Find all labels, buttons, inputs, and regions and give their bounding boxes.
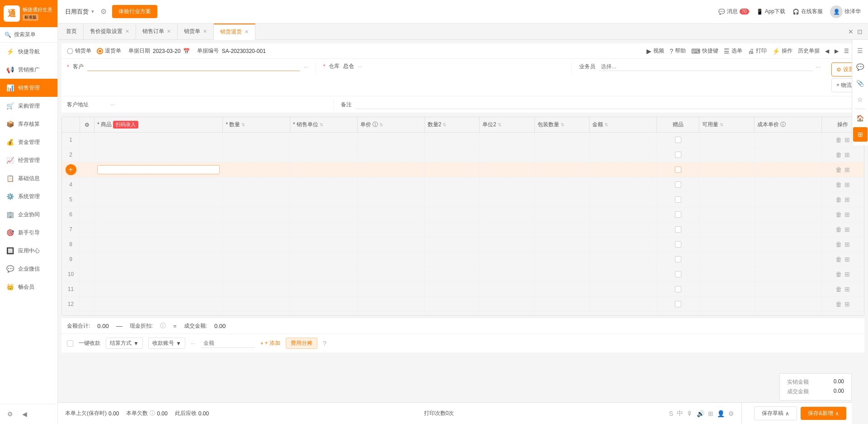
calendar-icon[interactable]: 📅 [183, 48, 190, 54]
tool-icon-3[interactable]: 🎙 [687, 410, 693, 417]
row-price-1[interactable] [358, 133, 425, 147]
view-list[interactable]: ☰ [844, 48, 849, 54]
delete-row-2[interactable]: 🗑 [835, 151, 842, 158]
col-header-gear[interactable]: ⚙ [80, 117, 94, 132]
prev-record[interactable]: ◀ [825, 48, 829, 54]
row-price-2[interactable] [358, 148, 425, 162]
cash-discount-help[interactable]: ⓘ [160, 322, 166, 330]
row-avail-2[interactable] [699, 148, 755, 162]
settlement-method-select[interactable]: 结算方式 ▼ [106, 338, 143, 349]
tab-home[interactable]: 首页 [60, 24, 84, 40]
app-download-btn[interactable]: 📱 App下载 [756, 8, 785, 15]
tab-close-all[interactable]: ✕ [848, 28, 854, 35]
row-unit2-1[interactable] [480, 133, 535, 147]
operations-action[interactable]: ⚡ 操作 [772, 47, 793, 55]
experience-btn[interactable]: 体验行业方案 [112, 5, 157, 18]
sidebar-item-member[interactable]: 👑 畅会员 [0, 278, 57, 296]
row-goods-1[interactable] [94, 133, 223, 147]
address-dots[interactable]: ··· [110, 101, 115, 108]
one-click-pay-checkbox[interactable] [67, 340, 73, 347]
sort-qty-icon[interactable]: ⇅ [241, 122, 245, 127]
row-gear-2[interactable] [80, 148, 94, 162]
row-goods-3[interactable] [94, 162, 223, 177]
sidebar-item-apps[interactable]: 🔲 应用中心 [0, 242, 57, 260]
single-owe-help[interactable]: ⓘ [150, 410, 155, 417]
next-record[interactable]: ▶ [835, 48, 839, 54]
expense-split-btn[interactable]: 费用分摊 [286, 338, 317, 349]
row-unit2-2[interactable] [480, 148, 535, 162]
nav-dropdown[interactable]: 日用百货 ▼ [65, 8, 95, 16]
video-action[interactable]: ▶ 视频 [646, 47, 664, 55]
account-select[interactable]: 收款账号 ▼ [148, 338, 185, 349]
tab-close-sales-order[interactable]: ✕ [167, 29, 171, 34]
shortcuts-action[interactable]: ⌨ 快捷键 [691, 47, 718, 55]
row-goods-2[interactable] [94, 148, 223, 162]
tool-icon-6[interactable]: 👤 [717, 410, 725, 417]
sidebar-item-inventory[interactable]: 📦 库存核算 [0, 115, 57, 133]
row-amount-2[interactable] [590, 148, 657, 162]
settings-bottom-icon[interactable]: ⚙ [5, 409, 15, 419]
row-amount-3[interactable] [590, 162, 657, 177]
tab-price-settings[interactable]: 售价提取设置 ✕ [84, 24, 136, 40]
tool-icon-4[interactable]: 🔊 [697, 410, 704, 417]
row-pkg-2[interactable] [535, 148, 590, 162]
sidebar-item-guide[interactable]: 🎯 新手引导 [0, 224, 57, 242]
save-draft-btn[interactable]: 保存草稿 ∧ [754, 406, 797, 420]
history-action[interactable]: 历史单据 [798, 47, 820, 55]
row-cost-3[interactable] [755, 162, 822, 177]
tab-close-price-settings[interactable]: ✕ [125, 29, 129, 34]
radio-sales-delivery[interactable]: 销货单 [67, 47, 91, 55]
scan-btn[interactable]: 扫码录入 [113, 121, 138, 129]
collapse-icon[interactable]: ◀ [19, 409, 30, 419]
row-cost-1[interactable] [755, 133, 822, 147]
right-panel-icon-4[interactable]: ☆ [853, 92, 868, 107]
row-avail-1[interactable] [699, 133, 755, 147]
salesperson-dots[interactable]: ··· [816, 64, 821, 70]
sort-unit-icon[interactable]: ⇅ [320, 122, 323, 127]
sidebar-item-marketing[interactable]: 📢 营销推广 [0, 61, 57, 79]
row-amount-1[interactable] [590, 133, 657, 147]
sidebar-item-operations[interactable]: 📈 经营管理 [0, 151, 57, 169]
sidebar-item-sales[interactable]: 📊 销售管理 [0, 79, 57, 97]
tab-sales-return[interactable]: 销货退货 ✕ [214, 24, 255, 40]
radio-sales-return[interactable]: 退货单 [97, 47, 121, 55]
row-pkg-3[interactable] [535, 162, 590, 177]
sidebar-item-enterprise[interactable]: 🏢 企业协同 [0, 205, 57, 224]
delete-row-3[interactable]: 🗑 [835, 166, 842, 173]
salesperson-input[interactable] [599, 62, 812, 71]
tool-icon-2[interactable]: 中 [677, 410, 683, 418]
row-qty-3[interactable] [223, 162, 290, 177]
right-panel-icon-5[interactable]: 🏠 [853, 111, 868, 125]
print-action[interactable]: 🖨 打印 [748, 47, 767, 55]
goods-input-active[interactable] [97, 165, 220, 174]
right-panel-icon-3[interactable]: 📎 [853, 76, 868, 91]
select-action[interactable]: ☰ 选单 [724, 47, 742, 55]
row-gift-2[interactable] [657, 148, 699, 162]
row-price-3[interactable] [358, 162, 425, 177]
right-panel-icon-2[interactable]: 💬 [853, 60, 868, 74]
customer-input[interactable] [87, 62, 300, 71]
online-service-btn[interactable]: 🎧 在线客服 [793, 8, 823, 15]
user-profile[interactable]: 👤 徐泽华 [830, 5, 861, 18]
delete-row-1[interactable]: 🗑 [835, 136, 842, 143]
row-gift-3[interactable] [657, 162, 699, 177]
save-new-btn[interactable]: 保存&新增 ∧ [801, 407, 846, 420]
row-gear-3[interactable] [80, 162, 94, 177]
account-dots[interactable]: ··· [191, 340, 195, 347]
tab-sales-order[interactable]: 销售订单 ✕ [136, 24, 178, 40]
sidebar-item-basic[interactable]: 📋 基础信息 [0, 169, 57, 187]
row-qty2-1[interactable] [425, 133, 480, 147]
tool-icon-7[interactable]: ⚙ [728, 410, 734, 417]
right-panel-icon-1[interactable]: ☰ [853, 43, 868, 58]
row-gear-1[interactable] [80, 133, 94, 147]
tab-sales-delivery[interactable]: 销货单 ✕ [178, 24, 214, 40]
right-panel-icon-6[interactable]: ⊞ [853, 127, 868, 142]
sidebar-item-system[interactable]: ⚙️ 系统管理 [0, 187, 57, 205]
add-payment-btn[interactable]: + + 添加 [260, 339, 280, 347]
sidebar-item-shortcut[interactable]: ⚡ 快捷导航 [0, 43, 57, 61]
sort-price-icon[interactable]: ⇅ [379, 122, 383, 127]
row-unit-1[interactable] [290, 133, 358, 147]
sidebar-search[interactable]: 🔍 搜索菜单 [0, 27, 57, 43]
tab-close-sales-return[interactable]: ✕ [245, 29, 249, 35]
row-cost-2[interactable] [755, 148, 822, 162]
